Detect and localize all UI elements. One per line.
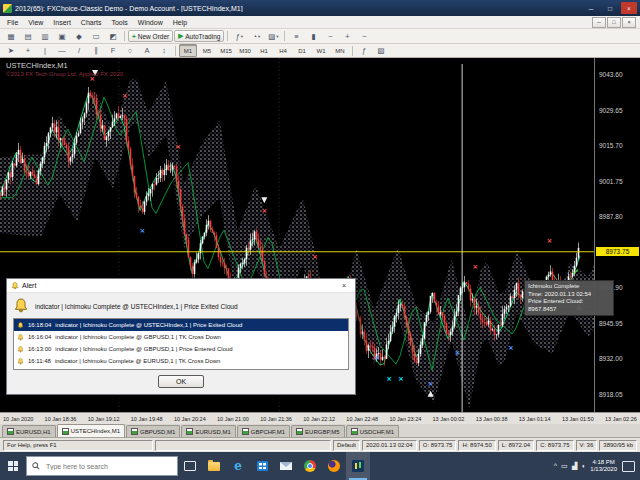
status-help-text: For Help, press F1 — [3, 440, 153, 451]
arrow-tools-icon[interactable]: ↕ — [156, 44, 172, 58]
chart-tab-label: USDCHF,M1 — [360, 429, 394, 435]
data-window-icon[interactable]: ▣ — [54, 29, 70, 43]
timeframe-m15-button[interactable]: M15 — [217, 44, 235, 57]
chart-tab-usdchf-m1[interactable]: USDCHF,M1 — [346, 425, 399, 437]
price-scale[interactable]: 9043.609029.659015.709001.758987.808973.… — [594, 58, 640, 412]
chart-tab-ustechindex-m1[interactable]: USTECHIndex,M1 — [57, 424, 125, 437]
svg-text:×: × — [398, 375, 404, 383]
timeframe-h4-button[interactable]: H4 — [274, 44, 292, 57]
chart-tab-gbpchf-m1[interactable]: GBPCHF,M1 — [237, 425, 290, 437]
edge-browser-icon[interactable]: e — [226, 452, 250, 480]
text-icon[interactable]: A — [139, 44, 155, 58]
chart-close-icon[interactable]: × — [622, 17, 636, 28]
chart-tab-eurgbp-m5[interactable]: EURGBP,M5 — [291, 425, 345, 437]
close-button[interactable]: × — [621, 2, 637, 14]
edge-browser-icon: e — [231, 459, 245, 473]
network-icon[interactable]: ▟ — [572, 462, 577, 470]
chart-tab-gbpusd-m1[interactable]: GBPUSD,M1 — [126, 425, 180, 437]
autotrading-button[interactable]: ▶AutoTrading — [174, 30, 224, 42]
minimize-button[interactable]: ─ — [583, 2, 599, 14]
alert-row-time: 16:16:04 — [28, 334, 51, 340]
chart-tab-eurusd-h1[interactable]: EURUSD,H1 — [2, 425, 56, 437]
alert-row[interactable]: 16:18:04indicator | Ichimoku Complete @ … — [14, 319, 348, 331]
shapes-icon[interactable]: ○ — [122, 44, 138, 58]
status-bar-time: 2020.01.13 02:04 — [362, 440, 417, 451]
menu-view[interactable]: View — [23, 16, 48, 28]
task-view-icon[interactable] — [178, 452, 202, 480]
maximize-button[interactable]: □ — [602, 2, 618, 14]
mt4-icon — [352, 460, 364, 472]
profiles-icon[interactable]: ▤ — [20, 29, 36, 43]
toolbar-main: ▦▤▥▣◆▭◩+New Order▶AutoTradingƒ▾◔▾▨▾≡▮~+− — [0, 29, 640, 44]
market-watch-icon[interactable]: ▥ — [37, 29, 53, 43]
alert-close-icon[interactable]: × — [337, 280, 351, 291]
mt4-icon[interactable] — [346, 452, 370, 480]
timeframe-mn-button[interactable]: MN — [331, 44, 349, 57]
terminal-icon[interactable]: ▭ — [88, 29, 104, 43]
dropdown-caret-icon: ▾ — [258, 34, 260, 39]
menu-help[interactable]: Help — [168, 16, 192, 28]
menu-charts[interactable]: Charts — [76, 16, 107, 28]
strategy-tester-icon[interactable]: ◩ — [105, 29, 121, 43]
new-order-button[interactable]: +New Order — [128, 30, 173, 42]
menu-tools[interactable]: Tools — [106, 16, 132, 28]
vertical-line-icon[interactable]: | — [37, 44, 53, 58]
status-profile[interactable]: Default — [333, 440, 360, 451]
start-button[interactable] — [0, 452, 26, 480]
timeframe-w1-button[interactable]: W1 — [312, 44, 330, 57]
cursor-icon[interactable]: ➤ — [3, 44, 19, 58]
chart-tab-eurusd-m1[interactable]: EURUSD,M1 — [181, 425, 235, 437]
svg-text:×: × — [261, 207, 267, 215]
timeframe-m5-button[interactable]: M5 — [198, 44, 216, 57]
periods-icon[interactable]: ◔▾ — [248, 29, 264, 43]
zoom-in-icon[interactable]: + — [339, 29, 355, 43]
battery-icon[interactable]: ▭ — [561, 462, 568, 470]
fibonacci-icon[interactable]: F — [105, 44, 121, 58]
horizontal-line-icon[interactable]: ― — [54, 44, 70, 58]
channel-icon[interactable]: ∥ — [88, 44, 104, 58]
bar-chart-icon[interactable]: ≡ — [288, 29, 304, 43]
alert-ok-button[interactable]: OK — [158, 375, 204, 388]
alert-row[interactable]: 16:11:48indicator | Ichimoku Complete @ … — [14, 355, 348, 367]
timeframe-m1-button[interactable]: M1 — [179, 44, 197, 57]
file-explorer-icon[interactable] — [202, 452, 226, 480]
time-axis-label: 10 Jan 2020 — [3, 416, 33, 422]
templates-icon[interactable]: ▨▾ — [265, 29, 281, 43]
menu-file[interactable]: File — [2, 16, 23, 28]
svg-text:×: × — [547, 237, 553, 245]
firefox-icon[interactable] — [322, 452, 346, 480]
alert-row[interactable]: 16:13:00indicator | Ichimoku Complete @ … — [14, 343, 348, 355]
taskbar-clock[interactable]: 4:18 PM 1/13/2020 — [590, 459, 617, 474]
mail-icon[interactable] — [274, 452, 298, 480]
notification-center-icon[interactable] — [622, 461, 635, 472]
taskbar-search[interactable] — [26, 456, 178, 476]
chart-restore-icon[interactable]: □ — [607, 17, 621, 28]
crosshair-icon[interactable]: + — [20, 44, 36, 58]
time-axis[interactable]: 10 Jan 202010 Jan 18:3610 Jan 19:1210 Ja… — [0, 412, 640, 424]
chart-minimize-icon[interactable]: ─ — [592, 17, 606, 28]
indicators-list-icon[interactable]: ƒ — [356, 44, 372, 58]
chart-tab-label: EURUSD,M1 — [195, 429, 230, 435]
alert-row[interactable]: 16:16:04indicator | Ichimoku Complete @ … — [14, 331, 348, 343]
chrome-icon[interactable] — [298, 452, 322, 480]
volume-icon[interactable]: ◖ — [581, 462, 585, 470]
candlestick-chart-icon[interactable]: ▮ — [305, 29, 321, 43]
alert-history-list[interactable]: 16:18:04indicator | Ichimoku Complete @ … — [13, 318, 349, 370]
new-chart-icon[interactable]: ▦ — [3, 29, 19, 43]
menu-window[interactable]: Window — [133, 16, 168, 28]
indicators-icon[interactable]: ƒ▾ — [231, 29, 247, 43]
line-chart-icon[interactable]: ~ — [322, 29, 338, 43]
trendline-icon[interactable]: / — [71, 44, 87, 58]
search-input[interactable] — [44, 462, 166, 471]
navigator-icon[interactable]: ◆ — [71, 29, 87, 43]
timeframe-h1-button[interactable]: H1 — [255, 44, 273, 57]
objects-list-icon[interactable]: ▧ — [373, 44, 389, 58]
hidden-icons-chevron[interactable]: ^ — [554, 462, 557, 470]
timeframe-m30-button[interactable]: M30 — [236, 44, 254, 57]
alert-dialog-titlebar[interactable]: Alert × — [7, 279, 355, 293]
store-icon[interactable] — [250, 452, 274, 480]
time-axis-label: 10 Jan 23:24 — [389, 416, 421, 422]
zoom-out-icon[interactable]: − — [356, 29, 372, 43]
timeframe-d1-button[interactable]: D1 — [293, 44, 311, 57]
menu-insert[interactable]: Insert — [48, 16, 76, 28]
